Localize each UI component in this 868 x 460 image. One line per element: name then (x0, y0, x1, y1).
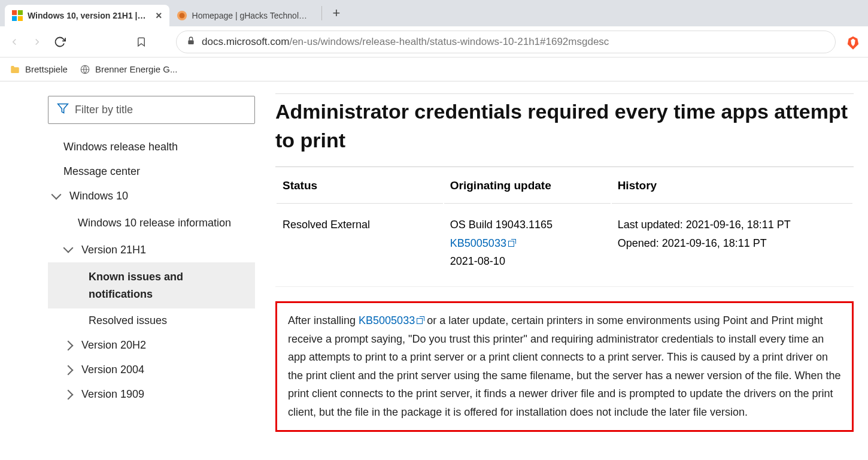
tab-divider (321, 6, 322, 20)
nav-v20h2[interactable]: Version 20H2 (48, 333, 255, 358)
nav-windows10[interactable]: Windows 10 (48, 184, 255, 208)
nav-release-info[interactable]: Windows 10 release information (48, 208, 255, 238)
bookmark-brettspiele[interactable]: Brettspiele (10, 64, 68, 75)
svg-rect-0 (12, 10, 17, 15)
svg-rect-6 (188, 40, 193, 44)
nav-v21h1[interactable]: Version 21H1 (48, 238, 255, 262)
last-updated: Last updated: 2021-09-16, 18:11 PT (618, 216, 846, 234)
page-title: Administrator credentials required every… (275, 93, 854, 155)
desc-text-post: or a later update, certain printers in s… (288, 314, 841, 418)
th-status: Status (277, 168, 443, 204)
nav-v2004[interactable]: Version 2004 (48, 358, 255, 382)
nav-resolved-issues[interactable]: Resolved issues (48, 308, 255, 333)
close-icon[interactable]: × (156, 10, 162, 22)
kb-link-inline[interactable]: KB5005033 (359, 314, 424, 326)
desc-text-pre: After installing (288, 314, 359, 326)
update-cell: OS Build 19043.1165 KB5005033 2021-08-10 (444, 205, 611, 285)
sidebar: Filter by title Windows release health M… (0, 81, 263, 460)
back-button[interactable] (8, 36, 20, 48)
status-value: Resolved External (277, 205, 443, 285)
filter-placeholder: Filter by title (75, 104, 133, 116)
filter-input[interactable]: Filter by title (48, 96, 255, 124)
description-box: After installing KB5005033 or a later up… (275, 301, 854, 432)
svg-rect-2 (12, 16, 17, 21)
external-link-icon (508, 240, 515, 247)
tab-inactive[interactable]: Homepage | gHacks Technology News (169, 5, 319, 26)
nav-message-center[interactable]: Message center (48, 159, 255, 184)
external-link-icon (417, 317, 424, 324)
browser-chrome: Windows 10, version 21H1 | Micros × Home… (0, 0, 868, 81)
brave-icon[interactable] (846, 35, 860, 49)
svg-rect-3 (18, 16, 23, 21)
nav-known-issues[interactable]: Known issues and notifications (48, 262, 255, 309)
bookmark-label: Brenner Energie G... (95, 64, 178, 74)
os-build: OS Build 19043.1165 (450, 216, 605, 234)
main-content: Administrator credentials required every… (263, 81, 868, 460)
bookmark-button[interactable] (135, 36, 147, 48)
nav-list: Windows release health Message center Wi… (48, 135, 255, 407)
new-tab-button[interactable]: + (324, 5, 349, 21)
folder-icon (10, 64, 20, 75)
nav-release-health[interactable]: Windows release health (48, 135, 255, 159)
table-row: Resolved External OS Build 19043.1165 KB… (277, 205, 852, 285)
nav-v1909[interactable]: Version 1909 (48, 382, 255, 407)
history-cell: Last updated: 2021-09-16, 18:11 PT Opene… (612, 205, 852, 285)
bookmark-brenner[interactable]: Brenner Energie G... (80, 64, 178, 75)
opened: Opened: 2021-09-16, 18:11 PT (618, 234, 846, 253)
lock-icon (186, 36, 196, 48)
forward-button[interactable] (31, 36, 43, 48)
kb-link[interactable]: KB5005033 (450, 237, 515, 249)
bookmarks-bar: Brettspiele Brenner Energie G... (0, 58, 868, 81)
bookmark-label: Brettspiele (25, 64, 68, 74)
reload-button[interactable] (54, 36, 66, 48)
tab-title: Windows 10, version 21H1 | Micros (28, 11, 147, 20)
kb-date: 2021-08-10 (450, 252, 605, 271)
th-update: Originating update (444, 168, 611, 204)
page-content: Filter by title Windows release health M… (0, 81, 868, 460)
address-bar[interactable]: docs.microsoft.com/en-us/windows/release… (176, 31, 836, 53)
svg-point-5 (179, 13, 184, 19)
ghacks-favicon (177, 10, 187, 21)
tab-strip: Windows 10, version 21H1 | Micros × Home… (0, 0, 868, 26)
tab-active[interactable]: Windows 10, version 21H1 | Micros × (5, 5, 169, 26)
url-text: docs.microsoft.com/en-us/windows/release… (202, 36, 609, 48)
filter-icon (57, 102, 69, 117)
windows-favicon (12, 10, 23, 21)
svg-rect-1 (18, 10, 23, 15)
th-history: History (612, 168, 852, 204)
svg-marker-8 (58, 104, 68, 113)
globe-icon (80, 64, 90, 75)
tab-title: Homepage | gHacks Technology News (192, 11, 312, 20)
toolbar: docs.microsoft.com/en-us/windows/release… (0, 26, 868, 58)
status-table: Status Originating update History Resolv… (275, 167, 854, 287)
